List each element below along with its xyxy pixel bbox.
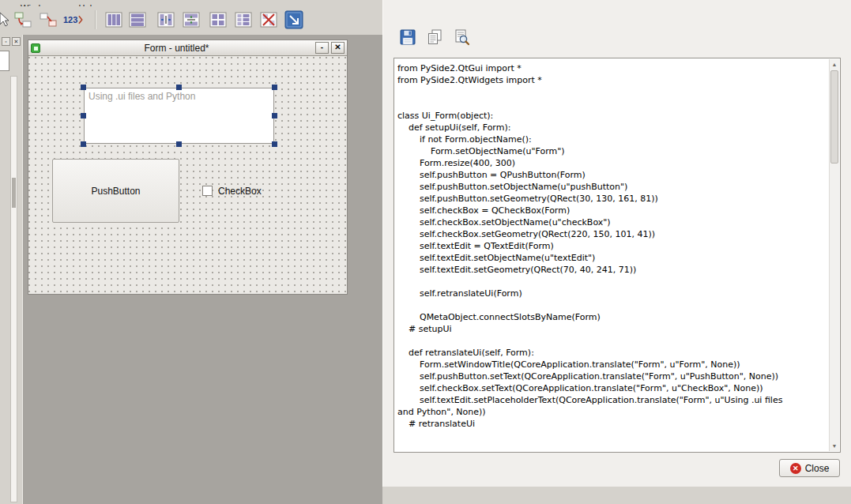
selection-handle-bottom-center[interactable] [176,141,182,147]
code-line: self.textEdit.setGeometry(QRect(70, 40, … [397,264,827,276]
code-line: self.textEdit = QTextEdit(Form) [397,240,827,252]
form-canvas[interactable]: Using .ui files and Python PushButton Ch… [28,56,347,294]
code-line: self.checkBox.setText(QCoreApplication.t… [397,382,827,394]
close-window-button[interactable]: ✕ [331,42,345,54]
layout-form-icon[interactable] [233,9,254,30]
code-line: and Python", None)) [397,406,827,418]
toolbar-separator [95,10,96,29]
code-line: from PySide2.QtGui import * [397,62,827,74]
code-preview-panel: from PySide2.QtGui import *from PySide2.… [382,0,851,487]
widgetbox-filter-input[interactable] [0,51,9,71]
code-toolbar [397,27,472,49]
code-line: if not Form.objectName(): [397,134,827,145]
code-line: Form.resize(400, 300) [397,157,827,169]
code-line: Form.setObjectName(u"Form") [397,145,827,157]
form-titlebar[interactable]: Form - untitled* - ✕ [28,40,347,56]
checkbox-indicator[interactable] [202,186,213,196]
code-line: self.pushButton.setGeometry(QRect(30, 13… [397,193,827,205]
pushbutton-label: PushButton [91,186,140,197]
code-line: class Ui_Form(object): [397,110,827,122]
code-line [397,86,827,98]
dock-close-icon[interactable]: ✕ [12,37,21,46]
code-line [397,98,827,110]
save-icon[interactable] [397,27,418,47]
layout-splitter-horizontal-icon[interactable] [156,9,176,30]
form-window[interactable]: Form - untitled* - ✕ Using .ui files and… [28,39,348,295]
minimize-button[interactable]: - [315,42,329,54]
dock-float-icon[interactable]: ▫ [2,37,10,46]
selection-handle-bottom-right[interactable] [272,141,277,147]
selection-handle-top-right[interactable] [272,85,277,90]
code-line: self.pushButton.setText(QCoreApplication… [397,370,827,382]
print-preview-icon[interactable] [451,27,472,47]
checkbox-label: CheckBox [218,186,262,197]
close-button[interactable]: ✕ Close [779,459,840,477]
code-editor[interactable]: from PySide2.QtGui import *from PySide2.… [397,62,827,449]
adjust-size-icon[interactable] [284,9,304,30]
main-toolbar: 123 [0,6,382,35]
break-layout-icon[interactable] [258,9,279,30]
code-line: def retranslateUi(self, Form): [397,347,827,359]
menubar: Window Help [0,0,382,6]
code-line: self.textEdit.setPlaceholderText(QCoreAp… [397,394,827,406]
code-line: self.textEdit.setObjectName(u"textEdit") [397,252,827,264]
code-line: QMetaObject.connectSlotsByName(Form) [397,311,827,323]
qt-designer-screen: { "colors": { "chrome_bg": "#d5d2cc", "c… [0,0,851,504]
checkbox-widget[interactable]: CheckBox [202,175,282,207]
code-line: self.retranslateUi(Form) [397,288,827,299]
code-vertical-scrollbar[interactable]: ▲ ▼ [829,59,839,451]
selection-handle-mid-left[interactable] [81,113,86,118]
edit-widgets-icon[interactable] [0,9,13,30]
scrollbar-thumb[interactable] [830,70,838,164]
copy-icon[interactable] [424,27,445,47]
bottom-strip: <resource root> [382,487,851,504]
code-line: self.pushButton = QPushButton(Form) [397,169,827,181]
scroll-up-icon[interactable]: ▲ [830,59,839,70]
code-line: from PySide2.QtWidgets import * [397,74,827,86]
layout-splitter-vertical-icon[interactable] [181,9,201,30]
code-line [397,335,827,347]
code-line: self.checkBox.setGeometry(QRect(220, 150… [397,228,827,240]
code-line: def setupUi(self, Form): [397,122,827,134]
code-line: Form.setWindowTitle(QCoreApplication.tra… [397,359,827,370]
selection-handle-top-center[interactable] [176,85,182,90]
selection-handle-top-left[interactable] [81,85,86,90]
scrollbar-thumb[interactable] [12,178,16,208]
layout-vertical-icon[interactable] [127,9,148,30]
textedit-widget[interactable]: Using .ui files and Python [84,88,274,144]
edit-signals-slots-icon[interactable] [13,9,33,30]
textedit-placeholder: Using .ui files and Python [88,91,195,102]
code-line: self.pushButton.setObjectName(u"pushButt… [397,181,827,193]
scroll-down-icon[interactable]: ▼ [830,441,839,451]
code-line: # retranslateUi [397,418,827,430]
form-title: Form - untitled* [40,43,313,54]
code-line: self.checkBox.setObjectName(u"checkBox") [397,216,827,228]
layout-grid-icon[interactable] [208,9,228,30]
code-view[interactable]: from PySide2.QtGui import *from PySide2.… [393,58,841,453]
code-line: # setupUi [397,323,827,335]
left-dock-panel: ▫ ✕ [0,35,22,504]
code-line: self.checkBox = QCheckBox(Form) [397,205,827,216]
edit-tab-order-icon[interactable]: 123 [63,9,84,30]
form-icon [31,43,40,53]
pushbutton-widget[interactable]: PushButton [52,159,179,223]
selection-handle-bottom-left[interactable] [81,141,86,147]
widgetbox-scrollbar[interactable] [10,76,17,502]
close-circle-icon: ✕ [790,463,801,474]
code-line [397,276,827,288]
close-button-label: Close [805,463,830,474]
edit-buddies-icon[interactable] [38,9,58,30]
selection-handle-mid-right[interactable] [272,113,277,118]
code-line [397,299,827,311]
layout-horizontal-icon[interactable] [104,9,124,30]
